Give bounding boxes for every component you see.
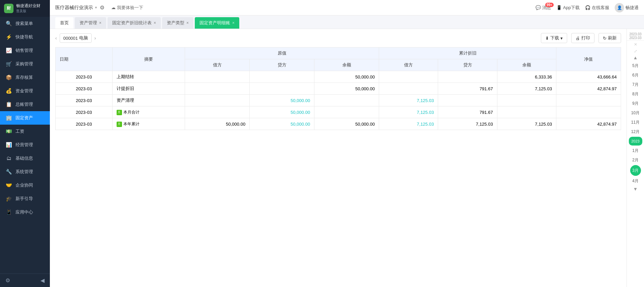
refresh-label: 刷新 <box>608 35 617 41</box>
settings-button[interactable]: ⚙ <box>100 4 104 11</box>
timeline-month-11月[interactable]: 11月 <box>630 118 642 127</box>
sidebar-label-search: 搜索菜单 <box>16 21 33 27</box>
user-profile[interactable]: 👤 畅捷通 <box>615 3 639 12</box>
asset-prev-arrow[interactable]: ‹ <box>55 35 57 41</box>
customer-service-label: 在线客服 <box>592 5 609 11</box>
topbar-right: 💬 消息 99+ 📱 App下载 🎧 在线客服 👤 畅捷通 <box>535 3 639 12</box>
sidebar-item-operations[interactable]: 📊 经营管理 <box>0 138 50 152</box>
experience-icon: ☁ <box>111 5 116 10</box>
cell-summary[interactable]: 资产清理 <box>112 95 185 106</box>
tabbar: 首页资产管理×固定资产折旧统计表×资产类型×固定资产明细账× <box>50 15 644 29</box>
timeline-month-10月[interactable]: 10月 <box>630 108 642 117</box>
sidebar-label-purchase: 采购管理 <box>16 61 33 67</box>
sidebar-label-sales: 销售管理 <box>16 47 33 54</box>
tab-asset-type[interactable]: 资产类型× <box>162 17 193 29</box>
sidebar-item-ledger[interactable]: 📋 总账管理 <box>0 98 50 111</box>
timeline-year-badge[interactable]: 2023 <box>629 137 642 146</box>
col-original-value: 原值 <box>185 47 379 59</box>
timeline-month-1月[interactable]: 1月 <box>630 146 642 155</box>
tab-close-asset-type[interactable]: × <box>186 21 189 25</box>
cell-acc-debit <box>379 71 438 83</box>
sidebar-icon-collab: 🤝 <box>5 182 12 189</box>
badge-icon: 月 <box>117 110 122 115</box>
customer-service-button[interactable]: 🎧 在线客服 <box>585 5 609 11</box>
tab-depreciation-table[interactable]: 固定资产折旧统计表× <box>108 17 161 29</box>
cell-orig-debit <box>185 71 250 83</box>
sidebar-item-purchase[interactable]: 🛒 采购管理 <box>0 57 50 71</box>
cell-orig-credit: 50,000.00 <box>250 95 314 106</box>
customer-service-icon: 🎧 <box>585 5 590 10</box>
logo-line1: 畅捷通好业财 <box>16 3 40 9</box>
cell-orig-balance: 50,000.00 <box>314 118 379 130</box>
sidebar-icon-purchase: 🛒 <box>5 61 12 67</box>
table-row: 2023-03 计提折旧 50,000.00 791.67 7,125.03 4… <box>56 83 621 95</box>
timeline-month-4月[interactable]: 4月 <box>630 177 642 185</box>
table-row: 2023-03 资产清理 50,000.00 7,125.03 <box>56 95 621 106</box>
asset-next-arrow[interactable]: › <box>94 35 96 41</box>
sidebar-item-search[interactable]: 🔍 搜索菜单 <box>0 17 50 30</box>
app-download-button[interactable]: 📱 App下载 <box>556 5 580 11</box>
asset-tag[interactable]: 000001 电脑 <box>60 33 92 43</box>
timeline-down-arrow[interactable]: ▼ <box>633 186 638 192</box>
settings-icon[interactable]: ⚙ <box>5 277 10 284</box>
timeline-month-8月[interactable]: 8月 <box>630 90 642 98</box>
timeline-month-5月[interactable]: 5月 <box>630 61 642 70</box>
message-icon: 💬 <box>535 5 541 10</box>
tab-close-asset-detail[interactable]: × <box>232 21 235 25</box>
cell-acc-credit: 791.67 <box>438 106 497 118</box>
timeline-year1: 2023.03 <box>629 32 641 36</box>
timeline-month-6月[interactable]: 6月 <box>630 71 642 79</box>
cell-date: 2023-03 <box>56 106 113 118</box>
table-row: 2023-03 月本月合计 50,000.00 7,125.03 791.67 <box>56 106 621 118</box>
cell-orig-debit <box>185 95 250 106</box>
table-row: 2023-03 月本年累计 50,000.00 50,000.00 50,000… <box>56 118 621 130</box>
company-selector[interactable]: 医疗器械行业演示 ▾ <box>55 5 97 11</box>
cell-acc-debit <box>379 83 438 95</box>
cell-acc-balance: 6,333.36 <box>497 71 556 83</box>
sidebar-item-app-center[interactable]: 📱 应用中心 <box>0 205 50 219</box>
sidebar: 财 畅捷通好业财 普及版 🔍 搜索菜单 ⚡ 快捷导航 📈 销售管理 🛒 采购管理… <box>0 0 50 287</box>
timeline-up-arrow[interactable]: ▲ <box>633 55 638 60</box>
col-date: 日期 <box>56 47 113 71</box>
experience-button[interactable]: ☁ 我要体验一下 <box>111 5 143 11</box>
tab-assets[interactable]: 资产管理× <box>75 17 106 29</box>
timeline-month-7月[interactable]: 7月 <box>630 80 642 89</box>
print-button[interactable]: 🖨 打印 <box>571 33 594 43</box>
cell-summary[interactable]: 计提折旧 <box>112 83 185 95</box>
timeline-month-3月[interactable]: 3月 <box>630 165 641 176</box>
sidebar-item-system[interactable]: 🔧 系统管理 <box>0 165 50 179</box>
timeline-close-icon[interactable]: ✕ <box>634 42 637 47</box>
cell-summary[interactable]: 上期结转 <box>112 71 185 83</box>
tab-asset-detail[interactable]: 固定资产明细账× <box>195 17 239 29</box>
sidebar-item-fixed-assets[interactable]: 🏢 固定资产 <box>0 111 50 125</box>
cell-orig-credit: 50,000.00 <box>250 118 314 130</box>
tab-label-asset-detail: 固定资产明细账 <box>200 20 230 26</box>
experience-label: 我要体验一下 <box>117 5 143 11</box>
main-area: 医疗器械行业演示 ▾ ⚙ ☁ 我要体验一下 💬 消息 99+ 📱 App下载 🎧… <box>50 0 644 287</box>
topbar-left: 医疗器械行业演示 ▾ ⚙ ☁ 我要体验一下 <box>55 4 143 11</box>
sidebar-item-quick-nav[interactable]: ⚡ 快捷导航 <box>0 30 50 44</box>
tab-close-assets[interactable]: × <box>99 21 101 25</box>
cell-net-value: 42,874.97 <box>556 118 621 130</box>
sidebar-item-guide[interactable]: 🎓 新手引导 <box>0 192 50 205</box>
refresh-button[interactable]: ↻ 刷新 <box>599 33 621 43</box>
download-button[interactable]: ⬇ 下载 ▾ <box>541 33 567 43</box>
timeline-month-12月[interactable]: 12月 <box>630 127 642 136</box>
sidebar-item-funds[interactable]: 💰 资金管理 <box>0 84 50 98</box>
collapse-icon[interactable]: ◀ <box>40 277 44 284</box>
message-button[interactable]: 💬 消息 99+ <box>535 5 551 11</box>
cell-orig-balance <box>314 106 379 118</box>
tab-home[interactable]: 首页 <box>55 17 73 29</box>
timeline-expand-icon[interactable]: ⤢ <box>634 49 637 54</box>
sidebar-item-basic-info[interactable]: 🗂 基础信息 <box>0 152 50 165</box>
cell-net-value: 42,874.97 <box>556 83 621 95</box>
sidebar-item-salary[interactable]: 💵 工资 <box>0 125 50 138</box>
timeline-month-9月[interactable]: 9月 <box>630 99 642 108</box>
tab-close-depreciation-table[interactable]: × <box>154 21 156 25</box>
sidebar-item-sales[interactable]: 📈 销售管理 <box>0 44 50 57</box>
data-table: 日期 摘要 原值 累计折旧 净值 借方 贷方 余额 借方 贷方 余额 <box>55 47 621 130</box>
timeline-month-2月[interactable]: 2月 <box>630 156 642 164</box>
sidebar-item-inventory[interactable]: 📦 库存核算 <box>0 71 50 84</box>
sidebar-item-collab[interactable]: 🤝 企业协同 <box>0 179 50 192</box>
cell-summary: 月本年累计 <box>112 118 185 130</box>
